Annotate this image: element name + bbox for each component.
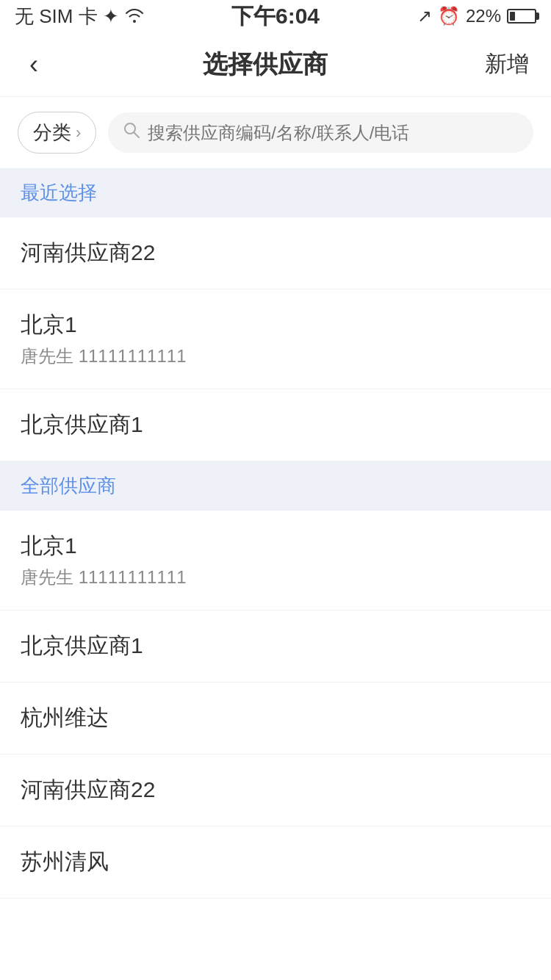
recent-section-label: 最近选择: [21, 181, 97, 203]
search-input-wrap: [108, 112, 533, 153]
item-sub: 唐先生 11111111111: [21, 566, 530, 589]
all-items-list: 北京1唐先生 11111111111北京供应商1杭州维达河南供应商22苏州清风: [0, 511, 551, 898]
list-item[interactable]: 河南供应商22: [0, 754, 551, 826]
alarm-icon: ⏰: [438, 6, 460, 26]
item-name: 苏州清风: [21, 847, 530, 877]
list-item[interactable]: 北京1唐先生 11111111111: [0, 289, 551, 389]
item-name: 北京供应商1: [21, 631, 530, 661]
list-item[interactable]: 北京供应商1: [0, 610, 551, 682]
item-name: 杭州维达: [21, 703, 530, 733]
wifi-icon: [125, 5, 144, 28]
no-sim-text: 无 SIM 卡 ✦: [15, 4, 119, 29]
status-time: 下午6:04: [231, 1, 320, 32]
all-section-header: 全部供应商: [0, 461, 551, 511]
item-sub: 唐先生 11111111111: [21, 345, 530, 368]
category-button[interactable]: 分类 ›: [18, 112, 96, 154]
chevron-right-icon: ›: [76, 123, 81, 143]
nav-bar: ‹ 选择供应商 新增: [0, 32, 551, 97]
status-bar: 无 SIM 卡 ✦ 下午6:04 ↗ ⏰ 22%: [0, 0, 551, 32]
item-name: 北京1: [21, 310, 530, 340]
list-item[interactable]: 杭州维达: [0, 682, 551, 754]
battery-icon: [507, 9, 536, 24]
status-right: ↗ ⏰ 22%: [417, 6, 536, 26]
back-button[interactable]: ‹: [22, 42, 46, 87]
recent-items-list: 河南供应商22北京1唐先生 11111111111北京供应商1: [0, 217, 551, 461]
list-item[interactable]: 苏州清风: [0, 826, 551, 898]
item-name: 北京1: [21, 531, 530, 561]
list-item[interactable]: 北京1唐先生 11111111111: [0, 511, 551, 610]
recent-section-header: 最近选择: [0, 168, 551, 217]
search-input[interactable]: [148, 123, 519, 143]
list-item[interactable]: 北京供应商1: [0, 389, 551, 461]
add-new-button[interactable]: 新增: [485, 49, 529, 79]
all-section-label: 全部供应商: [21, 475, 116, 497]
svg-line-1: [134, 133, 140, 138]
item-name: 北京供应商1: [21, 410, 530, 440]
search-bar: 分类 ›: [0, 97, 551, 168]
status-left: 无 SIM 卡 ✦: [15, 4, 144, 29]
list-item[interactable]: 河南供应商22: [0, 217, 551, 289]
battery-pct: 22%: [466, 6, 501, 26]
item-name: 河南供应商22: [21, 238, 530, 268]
page-title: 选择供应商: [203, 48, 328, 82]
search-icon: [123, 121, 140, 144]
location-icon: ↗: [417, 6, 432, 26]
category-label: 分类: [33, 120, 71, 145]
item-name: 河南供应商22: [21, 775, 530, 805]
